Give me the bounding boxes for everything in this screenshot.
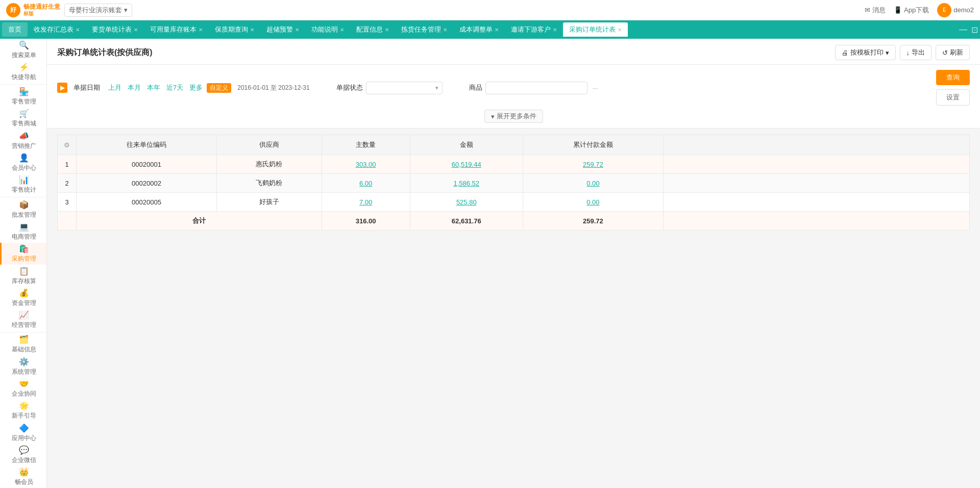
- tab-label: 收发存汇总表: [34, 25, 74, 34]
- expand-row: ▾ 展开更多条件: [57, 110, 970, 123]
- download-icon: 📱: [894, 6, 902, 14]
- tab-yaohuo[interactable]: 要货单统计表 ✕: [86, 22, 144, 37]
- status-select[interactable]: [366, 82, 443, 94]
- sidebar-item-finance[interactable]: 💰 资金管理: [0, 287, 46, 309]
- row-paid[interactable]: 259.72: [523, 155, 663, 174]
- tab-baozhiqi[interactable]: 保质期查询 ✕: [209, 22, 260, 37]
- tab-label: 功能说明: [311, 25, 338, 34]
- more-dots-icon[interactable]: ···: [593, 84, 598, 92]
- sidebar-item-inventory[interactable]: 📋 库存核算: [0, 265, 46, 287]
- row-paid[interactable]: 0.00: [523, 193, 663, 212]
- minimize-icon[interactable]: —: [959, 25, 967, 34]
- sidebar-item-label: 企业协同: [12, 390, 36, 398]
- close-icon[interactable]: ✕: [443, 27, 447, 33]
- close-icon[interactable]: ✕: [134, 27, 138, 33]
- sidebar-item-retail-shop[interactable]: 🛒 零售商城: [0, 108, 46, 130]
- goods-input[interactable]: [485, 82, 587, 94]
- refresh-button[interactable]: ↺ 刷新: [936, 45, 970, 60]
- query-button[interactable]: 查询: [936, 70, 970, 85]
- tab-home[interactable]: 首页: [2, 22, 28, 37]
- sidebar-item-system[interactable]: ⚙️ 系统管理: [0, 355, 46, 377]
- maximize-icon[interactable]: ⊡: [971, 25, 978, 35]
- tab-peizhi[interactable]: 配置信息 ✕: [350, 22, 395, 37]
- ecommerce-icon: 💻: [19, 222, 29, 232]
- inventory-icon: 📋: [19, 266, 29, 276]
- sidebar-item-enterprise[interactable]: 🤝 企业协同: [0, 377, 46, 399]
- row-amount[interactable]: 525.80: [410, 193, 523, 212]
- gear-icon[interactable]: ⚙: [64, 141, 70, 149]
- message-action[interactable]: ✉ 消息: [865, 6, 886, 15]
- row-qty[interactable]: 7.00: [322, 193, 410, 212]
- sidebar-item-svip[interactable]: 👑 畅会员: [0, 466, 46, 488]
- shortcut-this-year[interactable]: 本年: [145, 82, 162, 93]
- shortcut-7days[interactable]: 近7天: [164, 82, 185, 93]
- shortcut-more[interactable]: 更多: [187, 82, 205, 93]
- sidebar-item-retail-manage[interactable]: 🏪 零售管理: [0, 85, 46, 107]
- close-icon[interactable]: ✕: [250, 27, 254, 33]
- shortcut-last-month[interactable]: 上月: [106, 82, 124, 93]
- row-amount[interactable]: 1,586.52: [410, 174, 523, 193]
- svip-icon: 👑: [19, 467, 29, 477]
- footer-paid: 259.72: [523, 212, 663, 230]
- retail-icon: 🏪: [19, 87, 29, 96]
- top-bar-right: ✉ 消息 📱 App下载 E demo2: [865, 3, 974, 17]
- basic-icon: 🗂️: [19, 335, 29, 344]
- close-icon[interactable]: ✕: [76, 27, 80, 33]
- close-icon[interactable]: ✕: [295, 27, 299, 33]
- table-row: 3 00020005 好孩子 7.00 525.80 0.00: [58, 193, 970, 212]
- sidebar-item-guide[interactable]: 🌟 新手引导: [0, 400, 46, 422]
- table-row: 1 00020001 惠氏奶粉 303.00 60,519.44 259.72: [58, 155, 970, 174]
- row-qty[interactable]: 303.00: [322, 155, 410, 174]
- sidebar-item-ecommerce[interactable]: 💻 电商管理: [0, 220, 46, 242]
- row-amount[interactable]: 60,519.44: [410, 155, 523, 174]
- row-paid[interactable]: 0.00: [523, 174, 663, 193]
- sidebar-item-shortcut[interactable]: ⚡ 快捷导航: [0, 61, 46, 83]
- filter-toggle-button[interactable]: ▶: [57, 83, 67, 93]
- app-download-action[interactable]: 📱 App下载: [894, 6, 929, 15]
- tab-peihuorenwu[interactable]: 拣货任务管理 ✕: [395, 22, 453, 37]
- shortcut-this-month[interactable]: 本月: [126, 82, 143, 93]
- close-icon[interactable]: ✕: [340, 27, 344, 33]
- sidebar-item-batch-manage[interactable]: 📦 批发管理: [0, 198, 46, 220]
- sidebar-item-wechat[interactable]: 💬 企业微信: [0, 444, 46, 466]
- tab-shoufahuizong[interactable]: 收发存汇总表 ✕: [28, 22, 86, 37]
- tab-chaochuyujing[interactable]: 超储预警 ✕: [260, 22, 305, 37]
- workspace-selector[interactable]: 母婴行业演示账套 ▾: [64, 4, 132, 17]
- tab-keyongliang[interactable]: 可用量库存账本 ✕: [144, 22, 209, 37]
- top-bar-left: 好 畅捷通好生意 标版 母婴行业演示账套 ▾: [6, 3, 132, 17]
- export-button[interactable]: ↓ 导出: [900, 45, 932, 60]
- print-button[interactable]: 🖨 按模板打印 ▾: [835, 45, 896, 60]
- sidebar-item-basic[interactable]: 🗂️ 基础信息: [0, 333, 46, 355]
- finance-icon: 💰: [19, 288, 29, 298]
- sidebar-item-marketing[interactable]: 📣 营销推广: [0, 130, 46, 151]
- expand-button[interactable]: ▾ 展开更多条件: [484, 110, 543, 123]
- close-icon[interactable]: ✕: [553, 27, 557, 33]
- sidebar-item-label: 零售商城: [12, 119, 36, 128]
- tab-chengbentiaozhen[interactable]: 成本调整单 ✕: [453, 22, 505, 37]
- tab-gongneng[interactable]: 功能说明 ✕: [305, 22, 350, 37]
- nav-tabs-right: — ⊡: [959, 25, 978, 35]
- sidebar-item-purchase[interactable]: 🛍️ 采购管理: [0, 243, 46, 265]
- logo-icon: 好: [6, 3, 20, 17]
- close-icon[interactable]: ✕: [618, 27, 622, 33]
- tab-caigoutongji[interactable]: 采购订单统计表 ✕: [563, 22, 628, 37]
- sidebar-item-member[interactable]: 👤 会员中心: [0, 151, 46, 173]
- setting-button[interactable]: 设置: [936, 89, 970, 106]
- sidebar-item-label: 零售管理: [12, 97, 36, 106]
- col-extra: [664, 135, 970, 155]
- sidebar-item-operations[interactable]: 📈 经营管理: [0, 309, 46, 331]
- row-index: 2: [58, 174, 77, 193]
- tab-yaoqing[interactable]: 邀请下游客户 ✕: [505, 22, 563, 37]
- user-area[interactable]: E demo2: [937, 3, 974, 17]
- close-icon[interactable]: ✕: [199, 27, 203, 33]
- logo-area: 好 畅捷通好生意 标版: [6, 3, 60, 17]
- close-icon[interactable]: ✕: [495, 27, 499, 33]
- wechat-icon: 💬: [19, 445, 29, 455]
- sidebar-item-label: 电商管理: [12, 233, 36, 241]
- sidebar-item-retail-stat[interactable]: 📊 零售统计: [0, 174, 46, 196]
- close-icon[interactable]: ✕: [385, 27, 389, 33]
- row-code: 00020005: [77, 193, 217, 212]
- sidebar-item-search[interactable]: 🔍 搜索菜单: [0, 39, 46, 61]
- row-qty[interactable]: 6.00: [322, 174, 410, 193]
- sidebar-item-app-center[interactable]: 🔷 应用中心: [0, 422, 46, 444]
